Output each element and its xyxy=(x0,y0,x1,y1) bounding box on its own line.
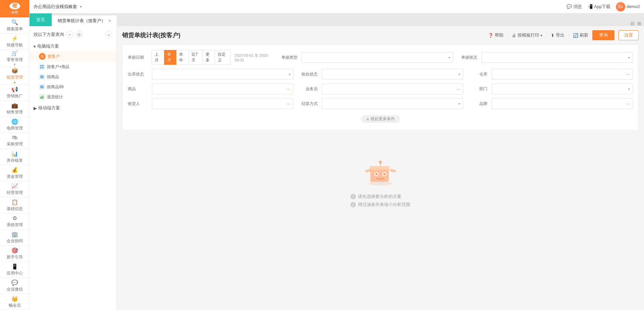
sidebar-item-search[interactable]: 🔍 搜索菜单 xyxy=(0,17,29,34)
sidebar-item-system[interactable]: ⚙ 系统管理 xyxy=(0,213,29,229)
warehouse-select[interactable]: ··· xyxy=(491,69,633,80)
topbar-right: 💬 消息 📲 App下载 Ea demo2 xyxy=(567,2,640,11)
sales-icon: 💼 xyxy=(11,102,18,109)
hint-text-2: 用过滤条件来缩小分析范围 xyxy=(358,202,410,208)
date-tab-last-month[interactable]: 上月 xyxy=(152,50,164,65)
doc-status-select[interactable]: ▾ xyxy=(481,52,633,63)
date-filter: 上月 本月 本年 近7天 更多 自定义 2023-03-01 至 2023-03… xyxy=(152,50,273,65)
sidebar-item-marketing-label: 营销推广 xyxy=(7,93,23,99)
svg-rect-8 xyxy=(40,87,44,87)
scheme-return-stats-label: 退货统计 xyxy=(47,94,63,100)
doc-status-down-icon: ▾ xyxy=(628,56,630,59)
receipt-status-select[interactable]: ▾ xyxy=(322,69,463,80)
add-scheme-btn[interactable]: + xyxy=(66,31,73,38)
consignee-select[interactable]: ··· xyxy=(152,98,293,109)
salesperson-select[interactable]: ··· xyxy=(322,84,463,94)
retail-icon: 🛒 xyxy=(11,50,18,56)
page-title: 销货单统计表(按客户) xyxy=(122,31,180,39)
collapse-btn[interactable]: ∧ 收起更多条件 xyxy=(361,115,400,123)
collapse-panel-btn[interactable]: « xyxy=(105,31,112,38)
svg-rect-13 xyxy=(43,97,44,99)
sidebar-item-retail-label: 零售管理 xyxy=(7,57,23,63)
tab-sales-stats[interactable]: 销货单统计表（按客户） ✕ xyxy=(52,15,117,26)
settlement-select[interactable]: ▾ xyxy=(322,98,463,109)
sidebar-item-corpwechat[interactable]: 💬 企业微信 xyxy=(0,278,29,294)
sidebar-item-appcenter[interactable]: 📱 应用中心 xyxy=(0,262,29,278)
date-tab-last-7[interactable]: 近7天 xyxy=(189,50,203,65)
left-panel-header: 按以下方案查询 + ⚙ « xyxy=(30,29,116,40)
help-label: 帮助 xyxy=(495,32,503,38)
collapse-bar[interactable]: ∧ 收起更多条件 xyxy=(128,113,633,125)
user-name: demo2 xyxy=(627,4,640,9)
goods-select[interactable]: ··· xyxy=(152,84,293,94)
brand-more-icon: ··· xyxy=(626,101,630,106)
tab-minimize-icon[interactable]: ⊟ xyxy=(631,21,635,26)
avatar: Ea xyxy=(616,2,625,11)
newbie-icon: 🎯 xyxy=(11,247,18,254)
empty-hints: 1 请先选择要分析的方案 2 用过滤条件来缩小分析范围 xyxy=(351,194,410,210)
scheme-by-customer[interactable]: 按 按客户 xyxy=(30,51,116,62)
app-download-btn[interactable]: 📲 App下载 xyxy=(587,4,610,10)
scheme-by-goods[interactable]: 按商品 xyxy=(30,72,116,82)
message-label: 消息 xyxy=(573,4,582,10)
collapse-chevron-icon: ∧ xyxy=(366,117,369,121)
sidebar-item-operations[interactable]: 📈 经营管理 xyxy=(0,181,29,197)
scheme-by-goods-99[interactable]: 按商品99 xyxy=(30,82,116,92)
scheme-by-customer-goods[interactable]: 按客户+商品 xyxy=(30,62,116,72)
tab-maximize-icon[interactable]: ⊞ xyxy=(637,21,641,26)
svg-rect-0 xyxy=(40,65,42,66)
refresh-btn[interactable]: 🔄 刷新 xyxy=(573,32,588,38)
sidebar-item-shortcut[interactable]: ⚡ 快捷导航 xyxy=(0,34,29,50)
sidebar-item-member[interactable]: 👑 畅会员 xyxy=(0,294,29,310)
date-tab-more[interactable]: 更多 xyxy=(203,50,215,65)
sidebar-item-retail[interactable]: 🛒 零售管理 ▼ xyxy=(0,50,29,67)
department-select[interactable]: ▾ xyxy=(491,84,633,94)
sidebar-item-basic[interactable]: 📋 基础信息 xyxy=(0,197,29,213)
brand-select[interactable]: ··· xyxy=(491,98,633,109)
sidebar-item-newbie[interactable]: 🎯 新手引导 xyxy=(0,246,29,262)
sidebar-item-enterprise-label: 企业协同 xyxy=(7,238,23,244)
out-status-select[interactable]: ▾ xyxy=(152,69,293,80)
tab-home[interactable]: 首页 xyxy=(30,13,52,26)
message-btn[interactable]: 💬 消息 xyxy=(567,4,582,10)
gear-icon: ⚙ xyxy=(77,32,81,37)
mobile-group-toggle[interactable]: ▶ 移动端方案 xyxy=(30,103,116,113)
export-btn[interactable]: ⬆ 导出 xyxy=(551,32,565,38)
sidebar-item-wholesale[interactable]: 📦 批发管理 ▲ xyxy=(0,67,29,85)
action-divider-1 xyxy=(507,33,508,38)
print-btn[interactable]: 🖨 按模板打印 ▾ xyxy=(512,32,542,38)
svg-point-14 xyxy=(369,182,392,186)
main-area: 办公用品行业模拟账套 ▾ 💬 消息 📲 App下载 Ea demo2 首页 xyxy=(30,0,644,310)
desktop-group-toggle[interactable]: ▾ 电脑端方案 xyxy=(30,42,116,51)
sidebar-item-inventory[interactable]: 📊 库存核算 xyxy=(0,149,29,165)
doc-type-select[interactable]: ▾ xyxy=(302,52,453,63)
member-icon: 👑 xyxy=(11,296,18,302)
tab-close-icon[interactable]: ✕ xyxy=(108,19,111,23)
sidebar-item-purchase[interactable]: 🛍 采购管理 xyxy=(0,133,29,149)
doc-type-label: 单据类型 xyxy=(277,55,298,60)
help-btn[interactable]: ❓ 帮助 xyxy=(488,32,503,38)
mobile-expand-icon: ▶ xyxy=(34,106,37,111)
scheme-return-stats[interactable]: 退货统计 xyxy=(30,92,116,102)
user-area[interactable]: Ea demo2 xyxy=(616,2,640,11)
refresh-label: 刷新 xyxy=(580,32,588,38)
date-tab-this-month[interactable]: 本月 xyxy=(164,50,177,65)
doc-type-down-icon: ▾ xyxy=(448,56,450,59)
print-dropdown-icon: ▾ xyxy=(541,34,542,37)
topbar: 办公用品行业模拟账套 ▾ 💬 消息 📲 App下载 Ea demo2 xyxy=(30,0,644,13)
filter-row-1: 单据日期 上月 本月 本年 近7天 更多 自定义 2023-03-01 至 20… xyxy=(128,50,633,65)
settings-scheme-btn[interactable]: ⚙ xyxy=(75,31,83,38)
sidebar-item-finance[interactable]: 💰 资金管理 xyxy=(0,165,29,181)
basic-icon: 📋 xyxy=(11,199,18,205)
date-tab-custom[interactable]: 自定义 xyxy=(215,50,230,65)
sidebar-item-sales[interactable]: 💼 销售管理 xyxy=(0,101,29,117)
sidebar-item-ecommerce[interactable]: 🌐 电商管理 xyxy=(0,117,29,133)
sidebar-item-marketing[interactable]: 📢 营销推广 xyxy=(0,85,29,101)
action-divider-2 xyxy=(546,33,547,38)
query-button[interactable]: 查询 xyxy=(592,30,614,40)
date-tab-this-year[interactable]: 本年 xyxy=(176,50,189,65)
settings-button[interactable]: 设置 xyxy=(619,30,639,40)
topbar-dropdown-icon[interactable]: ▾ xyxy=(80,4,82,9)
sidebar-item-enterprise[interactable]: 🏢 企业协同 xyxy=(0,229,29,246)
desktop-group-label: 电脑端方案 xyxy=(37,43,59,49)
